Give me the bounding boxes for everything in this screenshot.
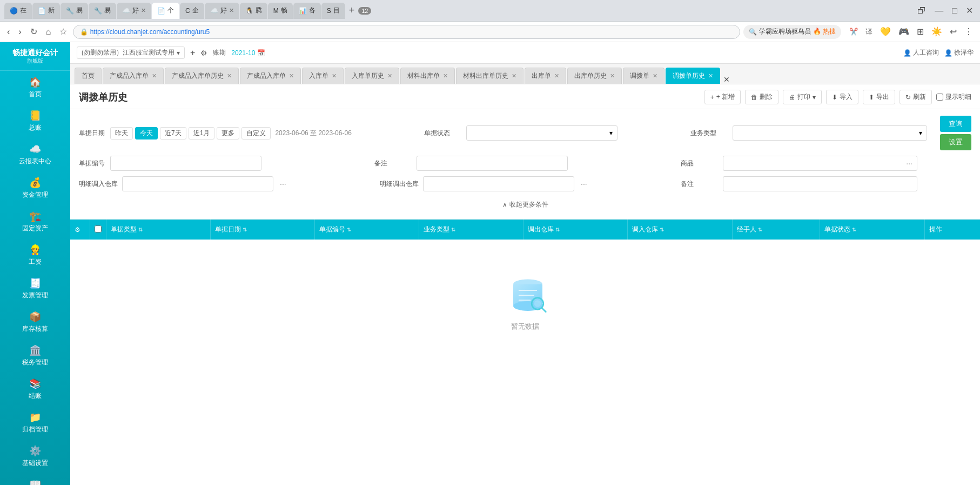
- search-button[interactable]: 查询: [940, 116, 971, 132]
- tab-close-icon[interactable]: ✕: [443, 72, 448, 79]
- tab-close-icon[interactable]: ✕: [229, 7, 234, 14]
- sidebar-item-invoice[interactable]: 🧾 发票管理: [0, 272, 70, 305]
- detail-in-input[interactable]: [122, 176, 273, 191]
- reload-button[interactable]: ↻: [28, 25, 40, 38]
- browser-tab-10[interactable]: M 畅: [268, 3, 293, 19]
- tab-transfer[interactable]: 调拨单 ✕: [623, 68, 664, 84]
- th-biz-type[interactable]: 业务类型 ⇅: [419, 220, 523, 240]
- sidebar-item-payroll[interactable]: 👷 工资: [0, 238, 70, 272]
- tab-inbound[interactable]: 入库单 ✕: [302, 68, 344, 84]
- tab-close-icon[interactable]: ✕: [227, 72, 232, 79]
- tab-close-icon[interactable]: ✕: [610, 72, 615, 79]
- sidebar-item-tax[interactable]: 🏛️ 税务管理: [0, 339, 70, 373]
- games-button[interactable]: 🎮: [896, 25, 912, 38]
- week-btn[interactable]: 近7天: [160, 127, 186, 139]
- more-date-btn[interactable]: 更多: [217, 127, 239, 139]
- th-settings[interactable]: ⚙: [70, 220, 90, 240]
- search-bar[interactable]: 🔍 学霸应聘场驱鸟员 🔥 热搜: [743, 25, 841, 39]
- tab-close-icon[interactable]: ✕: [554, 72, 559, 79]
- detail-in-dots[interactable]: ···: [280, 180, 286, 188]
- collapse-more[interactable]: ∧ 收起更多条件: [79, 197, 971, 212]
- filter-setting-button[interactable]: 设置: [940, 134, 971, 150]
- tab-close-icon[interactable]: ✕: [512, 72, 516, 79]
- undo-button[interactable]: ↩: [947, 25, 959, 38]
- tab-material-outbound[interactable]: 材料出库单 ✕: [400, 68, 455, 84]
- detail-out-dots[interactable]: ···: [581, 180, 587, 188]
- settings-gear-icon[interactable]: ⚙: [75, 226, 80, 234]
- yesterday-btn[interactable]: 昨天: [110, 127, 133, 139]
- sidebar-item-capital[interactable]: 💰 资金管理: [0, 171, 70, 205]
- th-doc-date[interactable]: 单据日期 ⇅: [210, 220, 314, 240]
- doc-no-input[interactable]: [110, 156, 261, 171]
- th-in-warehouse[interactable]: 调入仓库 ⇅: [628, 220, 732, 240]
- sidebar-item-ledger[interactable]: 📒 总账: [0, 104, 70, 138]
- browser-tab-3[interactable]: 🔧 易: [61, 3, 88, 19]
- tab-inbound-history[interactable]: 入库单历史 ✕: [345, 68, 399, 84]
- custom-date-btn[interactable]: 自定义: [241, 127, 271, 139]
- browser-tab-12[interactable]: S 目: [321, 3, 345, 19]
- th-doc-status[interactable]: 单据状态 ⇅: [820, 220, 924, 240]
- browser-tab-11[interactable]: 📊 各: [293, 3, 321, 19]
- minimize-button[interactable]: —: [932, 4, 946, 17]
- browser-tab-8[interactable]: ☁️ 好 ✕: [205, 3, 239, 19]
- close-all-tabs-button[interactable]: ✕: [723, 75, 730, 84]
- customer-service-button[interactable]: 👤 人工咨询: [903, 48, 939, 57]
- company-selector[interactable]: (勿删勿禁用）江西服宝测试专用 ▾: [77, 46, 185, 59]
- maximize-button[interactable]: □: [949, 4, 960, 17]
- today-btn[interactable]: 今天: [135, 127, 158, 139]
- extensions-button[interactable]: ✂️: [847, 25, 861, 38]
- th-handler[interactable]: 经手人 ⇅: [732, 220, 820, 240]
- settings-icon-button[interactable]: ⚙: [200, 49, 207, 57]
- browser-tab-5[interactable]: ☁️ 好 ✕: [117, 3, 151, 19]
- sidebar-item-close-account[interactable]: 📚 结账: [0, 373, 70, 406]
- th-doc-type[interactable]: 单据类型 ⇅: [106, 220, 210, 240]
- new-tab-button[interactable]: +: [346, 5, 358, 16]
- tab-close-icon[interactable]: ✕: [387, 72, 392, 79]
- tab-close-icon[interactable]: ✕: [708, 72, 713, 79]
- browser-tab-6[interactable]: 📄 个: [152, 3, 179, 19]
- bookmark-button[interactable]: ☆: [57, 25, 70, 38]
- tab-outbound-history[interactable]: 出库单历史 ✕: [567, 68, 622, 84]
- goods-dots[interactable]: ···: [906, 159, 912, 168]
- browser-tab-2[interactable]: 📄 新: [32, 3, 60, 19]
- goods-select[interactable]: ···: [723, 156, 917, 171]
- browser-tab-1[interactable]: 🔵 在: [4, 3, 32, 19]
- remark2-input[interactable]: [723, 176, 917, 191]
- grid-button[interactable]: ⊞: [914, 25, 927, 38]
- th-doc-no[interactable]: 单据编号 ⇅: [314, 220, 419, 240]
- back-button[interactable]: ‹: [4, 26, 12, 38]
- tab-close-icon[interactable]: ✕: [152, 72, 157, 79]
- tab-product-inbound[interactable]: 产成品入库单 ✕: [103, 68, 164, 84]
- add-company-button[interactable]: +: [190, 48, 195, 58]
- detail-out-input[interactable]: [423, 176, 574, 191]
- sidebar-item-guide[interactable]: 📖 新手引导: [0, 473, 70, 485]
- print-button[interactable]: 🖨 打印 ▾: [783, 90, 822, 104]
- display-checkbox[interactable]: [936, 94, 943, 101]
- menu-button[interactable]: ⋮: [962, 25, 976, 38]
- address-bar[interactable]: 🔒 https://cloud.chanjet.com/accounting/u…: [73, 25, 740, 39]
- restore-button[interactable]: 🗗: [915, 4, 929, 17]
- export-button[interactable]: ⬆ 导出: [863, 90, 895, 104]
- home-button[interactable]: ⌂: [43, 26, 54, 38]
- biz-type-select[interactable]: ▾: [733, 125, 927, 141]
- brightness-button[interactable]: ☀️: [929, 25, 945, 38]
- tab-material-outbound-history[interactable]: 材料出库单历史 ✕: [456, 68, 523, 84]
- select-all-checkbox[interactable]: [95, 225, 102, 232]
- close-window-button[interactable]: ✕: [963, 4, 976, 17]
- tab-close-icon[interactable]: ✕: [332, 72, 337, 79]
- th-checkbox[interactable]: [90, 220, 106, 240]
- period-value[interactable]: 2021-10 📅: [231, 49, 265, 57]
- wallet-button[interactable]: 💛: [877, 25, 894, 38]
- month-btn[interactable]: 近1月: [189, 127, 215, 139]
- tab-product-inbound2[interactable]: 产成品入库单 ✕: [240, 68, 301, 84]
- sidebar-item-cloud-report[interactable]: ☁️ 云报表中心: [0, 138, 70, 171]
- th-out-warehouse[interactable]: 调出仓库 ⇅: [523, 220, 628, 240]
- status-select[interactable]: ▾: [466, 125, 617, 141]
- new-record-button[interactable]: + + 新增: [704, 90, 741, 104]
- tab-close-icon[interactable]: ✕: [289, 72, 294, 79]
- forward-button[interactable]: ›: [16, 26, 24, 38]
- display-option[interactable]: 显示明细: [936, 92, 971, 102]
- remark-input[interactable]: [417, 156, 568, 171]
- sidebar-item-archive[interactable]: 📁 归档管理: [0, 406, 70, 440]
- tab-transfer-history[interactable]: 调拨单历史 ✕: [666, 68, 720, 84]
